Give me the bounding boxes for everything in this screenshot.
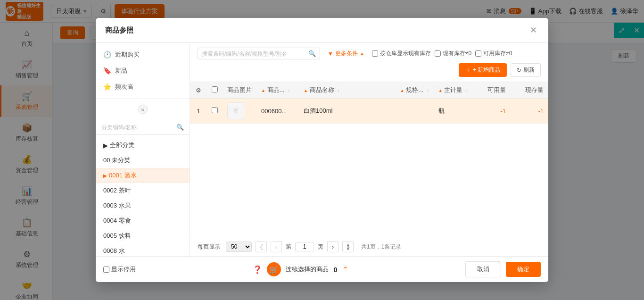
table-row[interactable]: 1 图 (190, 99, 548, 124)
nav-recent-label: 近期购买 (115, 50, 140, 59)
left-nav: 🕐 近期购买 🔖 新品 ⭐ 频次高 (96, 43, 190, 99)
col-unit-header[interactable]: ▲ 主计量 ↕ (434, 82, 473, 99)
refresh-button[interactable]: ↻ 刷新 (511, 63, 541, 77)
category-0005[interactable]: 0005 饮料 (96, 228, 190, 243)
category-all[interactable]: ▶ 全部分类 (96, 138, 190, 153)
category-00[interactable]: 00 未分类 (96, 153, 190, 168)
modal-title: 商品参照 (105, 26, 133, 35)
available-stock-checkbox-group: 可用库存≠0 (475, 50, 512, 58)
pagination: 每页显示 50 10 20 100 ⟪ ‹ 第 页 (190, 237, 548, 256)
stock-col-label: 现存量 (525, 86, 544, 93)
code-col-label: 商品... (267, 86, 285, 93)
settings-col-icon[interactable]: ⚙ (196, 87, 201, 94)
warehouse-checkbox[interactable] (372, 50, 378, 57)
current-stock-label: 现有库存≠0 (443, 50, 471, 58)
product-search-box: 🔍 (198, 48, 320, 59)
row-check (207, 99, 223, 124)
row-checkbox[interactable] (212, 107, 218, 113)
toolbar-actions: ＋ + 新增商品 ↻ 刷新 (459, 63, 541, 77)
table-body: 1 图 (190, 99, 548, 124)
confirm-button[interactable]: 确定 (506, 262, 541, 277)
page-label: 第 (286, 243, 291, 251)
last-page-button[interactable]: ⟫ (342, 241, 354, 252)
cart-count: 0 (333, 266, 337, 274)
main-layout: ⌂ 首页 📈 销售管理 🛒 采购管理 📦 库存核算 💰 资金管理 📊 经营管理 … (0, 23, 644, 300)
current-stock-checkbox-group: 现有库存≠0 (435, 50, 471, 58)
add-btn-label: + 新增商品 (473, 66, 500, 74)
col-spec-header[interactable]: ▲ 规格... ↕ (396, 82, 434, 99)
prev-page-button[interactable]: ‹ (271, 241, 282, 252)
plus-icon: ＋ (465, 66, 471, 74)
row-spec (396, 99, 434, 124)
nav-recent[interactable]: 🕐 近期购买 (96, 47, 190, 63)
show-disabled-label: 显示停用 (111, 265, 136, 274)
search-icon: 🔍 (308, 50, 316, 57)
per-page-select[interactable]: 50 10 20 100 (226, 242, 252, 252)
sort-icon3: ↕ (427, 88, 429, 93)
available-stock-checkbox[interactable] (475, 50, 481, 57)
frequent-icon: ⭐ (103, 83, 111, 91)
product-image: 图 (227, 102, 244, 119)
show-disabled-checkbox[interactable] (103, 267, 109, 273)
refresh-icon: ↻ (517, 67, 521, 74)
nav-new[interactable]: 🔖 新品 (96, 63, 190, 79)
sort-icon: ↕ (288, 88, 290, 93)
category-0001[interactable]: ▶ 0001 酒水 (96, 168, 190, 183)
more-filter-button[interactable]: ▼ 更多条件 ▲ (324, 48, 368, 59)
first-page-button[interactable]: ⟪ (256, 241, 267, 252)
filter-btn-label: 更多条件 (335, 50, 358, 58)
category-all-text: 全部分类 (110, 141, 134, 150)
modal-close-button[interactable]: ✕ (528, 25, 539, 36)
add-product-button[interactable]: ＋ + 新增商品 (459, 63, 507, 77)
product-search-input[interactable] (202, 50, 305, 57)
help-icon[interactable]: ❓ (253, 265, 262, 274)
collapse-button[interactable]: « (138, 105, 148, 114)
category-0003-text: 0003 水果 (103, 201, 131, 210)
next-page-button[interactable]: › (327, 241, 339, 252)
main-content: 查询 设置 ⤢ ✕ 刷新 商品参照 ✕ (53, 23, 644, 300)
spec-col-label: 规格... (406, 86, 423, 93)
select-all-checkbox[interactable] (212, 86, 218, 92)
col-code-header[interactable]: ▲ 商品... ↕ (256, 82, 299, 99)
filter-icon: ▼ (328, 50, 333, 57)
category-0008[interactable]: 0008 水 (96, 243, 190, 256)
col-avail-header: 可用量 (473, 82, 511, 99)
refresh-btn-label: 刷新 (523, 66, 535, 74)
category-0008-text: 0008 水 (103, 247, 125, 255)
col-name-header[interactable]: ▲ 商品名称 ↕ (299, 82, 396, 99)
modal-footer: 显示停用 ❓ 🛒 连续选择的商品 0 ⌃ 取消 确定 (96, 256, 548, 282)
current-stock-checkbox[interactable] (435, 50, 441, 57)
collapse-icon[interactable]: ⌃ (342, 265, 348, 274)
nav-frequent-label: 频次高 (115, 83, 133, 91)
category-00-text: 00 未分类 (103, 156, 130, 165)
avail-col-label: 可用量 (487, 86, 506, 93)
warehouse-checkbox-label: 按仓库显示现有库存 (380, 50, 431, 58)
product-table-wrap: ⚙ 商品图片 (190, 82, 548, 237)
nav-frequent[interactable]: ⭐ 频次高 (96, 79, 190, 95)
category-search: 🔍 (96, 120, 190, 135)
cancel-button[interactable]: 取消 (465, 261, 501, 277)
recent-icon: 🕐 (103, 51, 111, 58)
category-0003[interactable]: 0003 水果 (96, 198, 190, 213)
category-0002[interactable]: 0002 茶叶 (96, 183, 190, 198)
pagination-total: 共1页，1条记录 (361, 243, 401, 251)
chevron-up-icon: ▲ (360, 51, 364, 56)
row-img: 图 (223, 99, 256, 124)
row-num: 1 (190, 99, 207, 124)
col-stock-header: 现存量 (511, 82, 548, 99)
category-0004[interactable]: 0004 零食 (96, 213, 190, 228)
available-stock-label: 可用库存≠0 (483, 50, 512, 58)
page-suffix: 页 (318, 243, 323, 251)
name-col-label: 商品名称 (310, 86, 334, 93)
category-search-input[interactable] (101, 124, 173, 131)
cart-label: 连续选择的商品 (286, 265, 329, 274)
unit-col-label: 主计量 (444, 86, 462, 93)
modal-right-panel: 🔍 ▼ 更多条件 ▲ 按仓库显示现有库存 (190, 43, 548, 256)
sort-up-icon: ▲ (261, 88, 265, 93)
category-0005-text: 0005 饮料 (103, 232, 131, 240)
img-col-label: 商品图片 (227, 86, 252, 93)
page-input[interactable] (295, 242, 314, 251)
col-num-header: ⚙ (190, 82, 207, 99)
category-0004-text: 0004 零食 (103, 217, 131, 225)
cart-icon[interactable]: 🛒 (267, 262, 281, 276)
